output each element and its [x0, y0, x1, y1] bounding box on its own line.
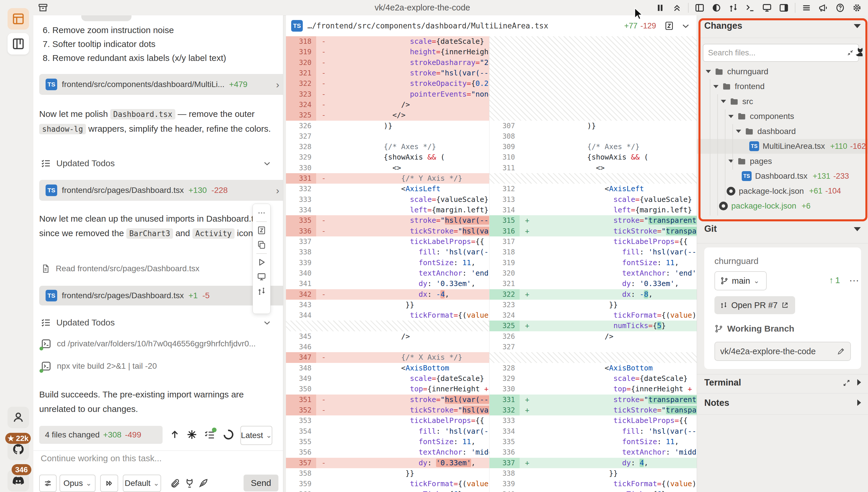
panel-right-button[interactable]: [778, 2, 790, 14]
diff-line: 311 <>: [489, 163, 697, 173]
monitor-button[interactable]: [761, 2, 773, 14]
tree-item-churnguard[interactable]: churnguard: [697, 64, 868, 79]
clipped-message-row: [63, 16, 283, 21]
copy-button[interactable]: [255, 239, 268, 251]
expand-terminal-icon[interactable]: [842, 378, 851, 387]
branch-dropdown[interactable]: main ⌄: [714, 271, 767, 290]
section-caret-down-icon[interactable]: [854, 24, 861, 28]
terminal-command-row[interactable]: cd /private/var/folders/10/h7w0q46556ggr…: [41, 338, 274, 349]
diff-row: 340 textAnchor: 'end'320 textAnchor: 'en…: [286, 268, 697, 278]
chevron-down-icon[interactable]: [263, 318, 272, 327]
cat-watch-icon[interactable]: [854, 46, 866, 58]
diff-row: 357- dy: '0.33em',337+ dy: 4,: [286, 458, 697, 468]
settings-sliders-button[interactable]: [39, 474, 56, 492]
send-button[interactable]: Send: [243, 474, 278, 491]
diff-view-toggle[interactable]: [664, 21, 674, 31]
diff-row: 320- strokeDasharray="2,4": [286, 57, 697, 68]
open-pr-button[interactable]: Open PR #7: [714, 296, 795, 314]
git-compare-button[interactable]: [727, 2, 739, 14]
run-button[interactable]: [255, 256, 268, 268]
burst-icon[interactable]: [186, 429, 198, 440]
tree-item-dashboard-tsx[interactable]: TSDashboard.tsx+131-233: [697, 169, 868, 183]
latest-dropdown[interactable]: Latest⌄: [240, 426, 272, 445]
preview-button[interactable]: [255, 271, 268, 283]
updated-todos-row[interactable]: Updated Todos: [41, 158, 272, 169]
tree-item-package-lock-json[interactable]: package-lock.json+61-104: [697, 183, 868, 198]
section-caret-right-icon[interactable]: [857, 399, 861, 406]
panel-left-button[interactable]: [694, 2, 705, 14]
archive-box-icon[interactable]: [37, 2, 49, 14]
diff-file-path: …/frontend/src/components/dashboard/Mult…: [307, 22, 548, 30]
settings-gear-button[interactable]: [851, 2, 863, 14]
section-divider: [697, 374, 868, 374]
search-input[interactable]: [707, 48, 846, 58]
files-changed-chip[interactable]: 4 files changed +308 -499: [39, 426, 163, 444]
account-button[interactable]: [7, 407, 29, 428]
inline-code: shadow-lg: [39, 124, 86, 134]
diff-line: 334 fill: 'hsl(var(--m: [489, 426, 697, 437]
diff-line: 315+ stroke="transparent": [489, 215, 697, 226]
file-change-chip[interactable]: TS frontend/src/pages/Dashboard.tsx +1 -…: [39, 286, 283, 305]
terminal-section-title[interactable]: Terminal: [704, 377, 741, 388]
fast-forward-button[interactable]: [100, 474, 118, 492]
diff-editor-button[interactable]: [255, 224, 268, 237]
git-more-options[interactable]: …: [849, 272, 860, 284]
contrast-button[interactable]: [711, 2, 722, 14]
model-dropdown[interactable]: Opus⌄: [60, 474, 95, 492]
tree-item-src[interactable]: src: [697, 94, 868, 109]
todos-status-icon[interactable]: [204, 429, 215, 440]
tree-item-frontend[interactable]: frontend: [697, 79, 868, 94]
file-name: MultiLineArea.tsx: [763, 142, 825, 151]
section-caret-down-icon[interactable]: [854, 227, 861, 231]
todo-list-item: 6. Remove zoom instruction noise: [43, 23, 276, 38]
tree-item-package-lock-json[interactable]: package-lock.json+6: [697, 199, 868, 214]
collapse-file-button[interactable]: [681, 21, 690, 30]
git-section-title[interactable]: Git: [704, 224, 717, 234]
tree-caret-icon[interactable]: [728, 115, 734, 118]
tree-item-multilinearea-tsx[interactable]: TSMultiLineArea.tsx+110-162: [697, 139, 868, 154]
working-branch-field[interactable]: vk/4e2a-explore-the-code: [714, 342, 851, 361]
terminal-command-row[interactable]: npx vite build 2>&1 | tail -20: [41, 361, 274, 372]
kanban-tab[interactable]: [7, 33, 29, 54]
compare-button[interactable]: [255, 285, 268, 297]
tree-caret-icon[interactable]: [713, 85, 719, 88]
mode-dropdown[interactable]: Default⌄: [123, 474, 161, 492]
tree-caret-icon[interactable]: [721, 100, 726, 103]
tree-caret-icon[interactable]: [736, 130, 741, 133]
edit-pencil-icon[interactable]: [837, 347, 845, 355]
scroll-up-icon[interactable]: [169, 429, 181, 440]
file-search[interactable]: [703, 44, 859, 62]
task-input[interactable]: Continue working on this task...: [41, 453, 274, 463]
updated-todos-row[interactable]: Updated Todos: [41, 317, 272, 328]
collapse-tree-icon[interactable]: [846, 49, 854, 57]
diff-row: 350 top={innerHeight + m330 top={innerHe…: [286, 384, 697, 394]
more-options-button[interactable]: [255, 207, 268, 219]
diff-gap-hatch: [489, 99, 697, 110]
chevron-down-icon: ⌄: [153, 479, 159, 487]
chevron-down-icon[interactable]: [263, 159, 272, 168]
mouse-cursor: [633, 7, 644, 19]
tree-item-pages[interactable]: pages: [697, 154, 868, 169]
diff-line: 323 }}: [489, 300, 697, 310]
file-change-chip[interactable]: TS frontend/src/components/dashboard/Mul…: [39, 74, 283, 95]
notes-section-title[interactable]: Notes: [704, 398, 729, 408]
file-change-chip[interactable]: TS frontend/src/pages/Dashboard.tsx +130…: [39, 180, 283, 201]
tree-item-dashboard[interactable]: dashboard: [697, 124, 868, 139]
read-file-row[interactable]: Read frontend/src/pages/Dashboard.tsx: [41, 264, 274, 274]
tree-caret-icon[interactable]: [706, 70, 711, 73]
signature-button[interactable]: [198, 478, 209, 488]
tree-item-components[interactable]: components: [697, 109, 868, 124]
cat-button[interactable]: [184, 478, 195, 488]
help-button[interactable]: [834, 2, 846, 14]
play-icon: [257, 257, 266, 267]
megaphone-button[interactable]: [818, 2, 829, 14]
attach-button[interactable]: [170, 478, 180, 488]
changes-section-title[interactable]: Changes: [704, 21, 742, 31]
double-chevron-up-button[interactable]: [671, 2, 683, 14]
discord-icon: [11, 474, 25, 488]
menu-button[interactable]: [801, 2, 812, 14]
workspace-tab-active[interactable]: [7, 8, 29, 30]
terminal-button[interactable]: [744, 2, 756, 14]
pause-button[interactable]: [654, 2, 666, 14]
section-caret-right-icon[interactable]: [857, 379, 861, 386]
